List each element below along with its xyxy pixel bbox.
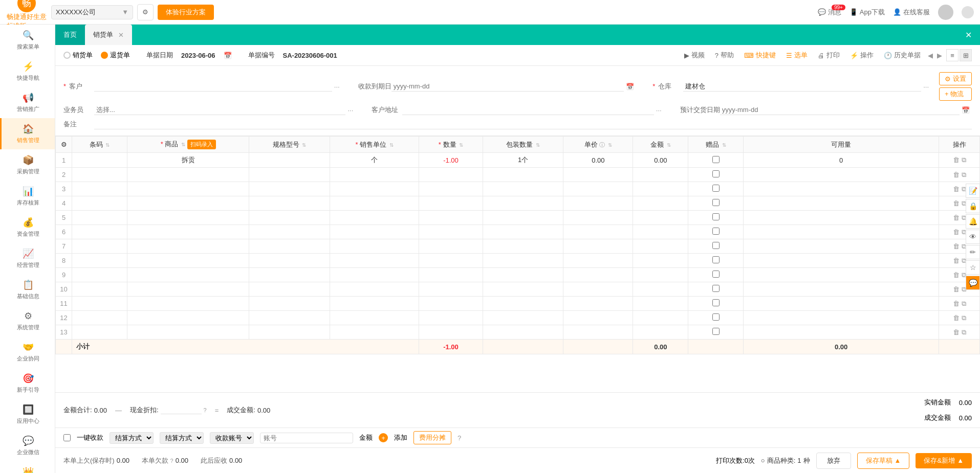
- delete-icon-1[interactable]: 🗑: [953, 156, 960, 164]
- th-qty-sort-icon[interactable]: ⇅: [459, 142, 463, 148]
- help-button[interactable]: ? 帮助: [712, 50, 737, 61]
- trial-button[interactable]: 体验行业方案: [158, 5, 214, 20]
- sidebar-item-guide[interactable]: 🎯 新手引导: [0, 368, 55, 399]
- th-spec-sort-icon[interactable]: ⇅: [302, 142, 306, 148]
- expense-split-button[interactable]: 费用分摊: [413, 431, 451, 444]
- save-new-dropdown-icon[interactable]: ▲: [957, 457, 964, 464]
- scan-button[interactable]: 扫码录入: [187, 140, 216, 149]
- video-button[interactable]: ▶ 视频: [681, 50, 708, 61]
- gift-checkbox-9[interactable]: [712, 271, 720, 278]
- float-btn-1[interactable]: 📝: [966, 184, 980, 198]
- radio-sales-order[interactable]: 销货单: [63, 51, 93, 60]
- float-btn-3[interactable]: 🔔: [966, 214, 980, 229]
- sidebar-item-quick-nav[interactable]: ⚡ 快捷导航: [0, 56, 55, 87]
- settings-icon[interactable]: ⚙: [137, 4, 154, 20]
- copy-icon-13[interactable]: ⧉: [962, 328, 966, 336]
- customer-dots-icon[interactable]: ···: [332, 83, 342, 91]
- app-download-button[interactable]: 📱 App下载: [850, 8, 885, 17]
- expected-date-input[interactable]: [720, 105, 960, 115]
- th-unit-sort-icon[interactable]: ⇅: [389, 142, 394, 148]
- th-barcode-sort-icon[interactable]: ⇅: [105, 142, 110, 148]
- gift-checkbox-8[interactable]: [712, 256, 720, 263]
- cell-product-1[interactable]: 拆贡: [127, 153, 249, 168]
- nav-next-icon[interactable]: ▶: [937, 52, 942, 59]
- payment-method-select[interactable]: 结算方式: [110, 432, 154, 444]
- cell-unit-2[interactable]: [330, 168, 419, 182]
- total-owe-info-icon[interactable]: ?: [170, 458, 173, 464]
- add-payment-button[interactable]: +: [379, 433, 388, 442]
- sidebar-item-sales[interactable]: 🏠 销售管理: [0, 118, 55, 149]
- float-btn-4[interactable]: 👁: [966, 230, 980, 244]
- th-price-sort-icon[interactable]: ⇅: [608, 142, 612, 148]
- delete-icon-12[interactable]: 🗑: [953, 314, 960, 322]
- th-price-info-icon[interactable]: ⓘ: [599, 142, 605, 148]
- th-pkg-sort-icon[interactable]: ⇅: [536, 142, 540, 148]
- gift-checkbox-12[interactable]: [712, 313, 720, 321]
- cell-pkg-qty-1[interactable]: 1个: [483, 153, 563, 168]
- gift-checkbox-6[interactable]: [712, 228, 720, 235]
- operate-button[interactable]: ⚡ 操作: [847, 50, 877, 61]
- expected-date-calendar-icon[interactable]: 📅: [960, 106, 972, 114]
- copy-icon-11[interactable]: ⧉: [962, 300, 966, 308]
- delete-icon-5[interactable]: 🗑: [953, 214, 960, 222]
- sidebar-item-search[interactable]: 🔍 搜索菜单: [0, 25, 55, 56]
- logistics-button[interactable]: + 物流: [939, 87, 972, 101]
- remarks-input[interactable]: [94, 119, 972, 129]
- receive-date-calendar-icon[interactable]: 📅: [624, 83, 636, 91]
- choose-button[interactable]: ☰ 选单: [783, 50, 811, 61]
- calc-method-select[interactable]: 结算方式: [160, 432, 204, 444]
- delete-icon-9[interactable]: 🗑: [953, 271, 960, 279]
- cell-amount-2[interactable]: [633, 168, 688, 182]
- cell-unit-1[interactable]: 个: [330, 153, 419, 168]
- th-settings[interactable]: ⚙: [56, 137, 72, 153]
- delete-icon-7[interactable]: 🗑: [953, 242, 960, 251]
- layout-grid-button[interactable]: ⊞: [960, 49, 972, 61]
- float-btn-7[interactable]: 💬: [966, 276, 980, 290]
- cell-gift-2[interactable]: [688, 168, 744, 182]
- receive-date-input[interactable]: [391, 81, 624, 92]
- save-new-button[interactable]: 保存&新增 ▲: [916, 453, 972, 468]
- delete-icon-6[interactable]: 🗑: [953, 228, 960, 236]
- th-product-sort-icon[interactable]: ⇅: [181, 142, 185, 147]
- message-button[interactable]: 💬 消息 99+: [818, 8, 841, 17]
- salesperson-input[interactable]: [94, 105, 345, 115]
- cell-gift-1[interactable]: [688, 153, 744, 168]
- customer-input[interactable]: [94, 81, 332, 92]
- account-input[interactable]: [260, 433, 353, 443]
- gift-checkbox-3[interactable]: [712, 185, 720, 192]
- cell-product-2[interactable]: [127, 168, 249, 182]
- delete-icon-4[interactable]: 🗑: [953, 199, 960, 208]
- cell-spec-1[interactable]: [249, 153, 330, 168]
- customer-address-input[interactable]: [402, 105, 654, 115]
- sidebar-item-enterprise[interactable]: 🤝 企业协同: [0, 336, 55, 368]
- sidebar-item-system[interactable]: ⚙ 系统管理: [0, 305, 55, 336]
- sidebar-item-member[interactable]: 👑 畅会员: [0, 461, 55, 473]
- cash-discount-info-icon[interactable]: ?: [204, 407, 207, 413]
- sidebar-item-apps[interactable]: 🔲 应用中心: [0, 399, 55, 430]
- account-select[interactable]: 收款账号: [210, 432, 254, 444]
- payment-help-icon[interactable]: ?: [458, 434, 461, 442]
- sidebar-item-finance[interactable]: 💰 资金管理: [0, 212, 55, 243]
- tab-home[interactable]: 首页: [55, 25, 85, 45]
- cell-barcode-1[interactable]: [72, 153, 127, 168]
- history-button[interactable]: 🕐 历史单据: [881, 50, 924, 61]
- delete-icon-13[interactable]: 🗑: [953, 328, 960, 336]
- cell-pkg-qty-2[interactable]: [483, 168, 563, 182]
- online-service-button[interactable]: 👤 在线客服: [893, 8, 930, 17]
- sidebar-item-base[interactable]: 📋 基础信息: [0, 274, 55, 305]
- gift-checkbox-1[interactable]: [712, 156, 720, 163]
- cell-qty-2[interactable]: [419, 168, 483, 182]
- window-close-button[interactable]: ✕: [957, 30, 980, 40]
- cell-spec-2[interactable]: [249, 168, 330, 182]
- calendar-icon[interactable]: 📅: [224, 52, 232, 59]
- save-draft-dropdown-icon[interactable]: ▲: [895, 457, 901, 464]
- float-btn-5[interactable]: ✏: [966, 245, 980, 259]
- delete-icon-10[interactable]: 🗑: [953, 285, 960, 294]
- copy-icon-1[interactable]: ⧉: [962, 156, 966, 164]
- gift-checkbox-4[interactable]: [712, 199, 720, 206]
- float-btn-6[interactable]: ☆: [966, 260, 980, 275]
- gift-checkbox-13[interactable]: [712, 328, 720, 335]
- one-click-payment-checkbox[interactable]: [63, 434, 71, 441]
- address-dots-icon[interactable]: ···: [654, 106, 664, 114]
- cell-qty-1[interactable]: -1.00: [419, 153, 483, 168]
